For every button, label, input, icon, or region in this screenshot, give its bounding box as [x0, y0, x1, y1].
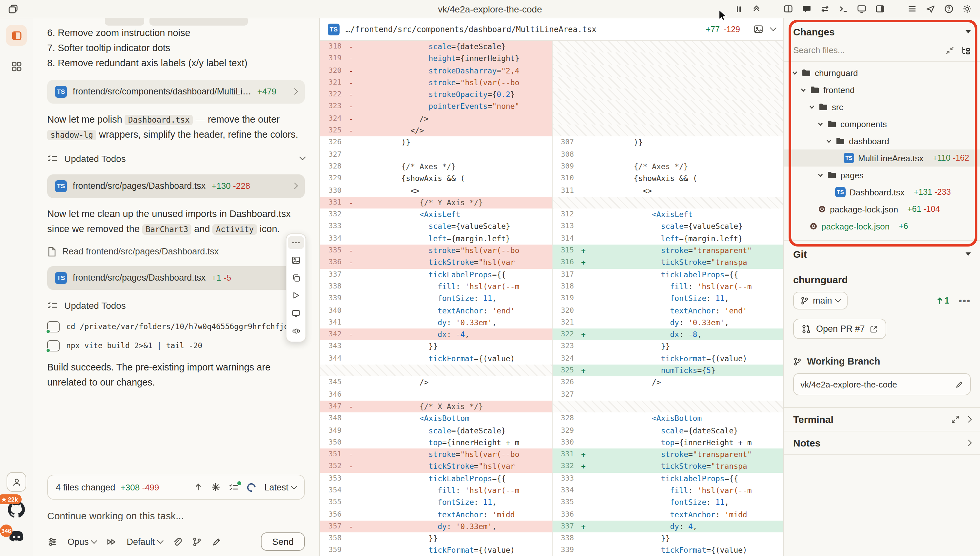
notes-title: Notes — [793, 437, 820, 448]
chat-bubble-icon[interactable] — [802, 4, 812, 14]
inline-code: shadow-lg — [47, 130, 96, 140]
code-line — [588, 197, 783, 209]
inline-code: Dashboard.tsx — [125, 115, 193, 125]
code-line: }} — [356, 532, 552, 545]
display-icon[interactable] — [288, 304, 304, 322]
help-icon[interactable] — [944, 4, 954, 14]
diff-row: 337 tickLabelProps={{317 tickLabelProps=… — [320, 268, 783, 281]
grid-icon[interactable] — [6, 56, 27, 77]
menu-icon[interactable] — [907, 4, 917, 14]
code-line — [588, 101, 783, 113]
code-line — [588, 401, 783, 413]
read-file-row[interactable]: Read frontend/src/pages/Dashboard.tsx — [47, 246, 305, 257]
more-options-icon[interactable]: ••• — [958, 295, 971, 306]
tree-file[interactable]: package-lock.json+61 -104 — [784, 200, 980, 218]
compare-icon[interactable] — [288, 322, 304, 339]
terminal-command-row[interactable]: npx vite build 2>&1 | tail -20 — [47, 340, 305, 351]
edit-pencil-icon[interactable] — [955, 380, 964, 388]
search-files-input[interactable] — [793, 45, 939, 55]
tree-folder[interactable]: churnguard — [784, 64, 980, 81]
code-line: dy: 4, — [588, 520, 783, 533]
model-select[interactable]: Opus — [68, 537, 97, 546]
files-changed-card[interactable]: 4 files changed +308 -499 Latest — [47, 475, 305, 499]
composer: 4 files changed +308 -499 Latest Opus — [33, 475, 319, 556]
code-line: tickFormat={(value) — [588, 352, 783, 365]
chat-input[interactable] — [47, 510, 305, 521]
file-tree-view-icon[interactable] — [961, 45, 971, 55]
inline-diff-toggle-icon[interactable] — [753, 24, 764, 34]
file-chip-multilinearea[interactable]: TS frontend/src/components/dashboard/Mul… — [47, 80, 305, 103]
pause-icon[interactable] — [734, 4, 743, 13]
file-type-icon — [810, 222, 817, 230]
file-chip-dashboard-2[interactable]: TS frontend/src/pages/Dashboard.tsx +1 -… — [47, 266, 305, 289]
tree-folder[interactable]: dashboard — [784, 133, 980, 149]
workspace-icon[interactable] — [6, 25, 27, 46]
line-number: 325 — [552, 365, 578, 377]
terminal-icon[interactable] — [838, 4, 848, 14]
github-link[interactable]: ★22k — [8, 501, 25, 520]
updated-todos-toggle[interactable]: Updated Todos — [47, 300, 305, 310]
send-button[interactable]: Send — [261, 532, 305, 551]
line-number: 327 — [552, 388, 578, 401]
latest-dropdown[interactable]: Latest — [264, 482, 296, 492]
tree-file[interactable]: TSMultiLineArea.tsx+110 -162 — [784, 149, 980, 166]
code-line: <AxisBottom — [588, 412, 783, 425]
tree-folder[interactable]: frontend — [784, 81, 980, 99]
tree-file[interactable]: TSDashboard.tsx+131 -233 — [784, 184, 980, 200]
display-icon[interactable] — [857, 4, 867, 14]
columns-icon[interactable] — [783, 4, 793, 14]
file-type-icon: TS — [835, 187, 846, 197]
changes-section-header[interactable]: Changes — [784, 18, 980, 43]
screenshot-icon[interactable] — [288, 251, 304, 269]
branch-select[interactable]: main — [793, 292, 848, 309]
line-number: 318 — [552, 281, 578, 293]
todo-progress-icon[interactable] — [229, 483, 239, 491]
star-icon: ★ — [1, 496, 6, 503]
terminal-section-header[interactable]: Terminal — [784, 408, 980, 431]
collapse-up-icon[interactable] — [752, 4, 761, 13]
line-number: 340 — [320, 305, 346, 317]
branch-icon[interactable] — [192, 537, 202, 546]
sidebar-right-icon[interactable] — [875, 4, 885, 14]
settings-gear-icon[interactable] — [962, 4, 972, 14]
pen-icon[interactable] — [212, 537, 221, 546]
mode-select[interactable]: Default — [127, 537, 163, 546]
deletions-count: -228 — [233, 181, 250, 191]
terminal-command-row[interactable]: cd /private/var/folders/10/h7w0q46556ggr… — [47, 321, 305, 332]
updated-todos-toggle[interactable]: Updated Todos — [47, 153, 305, 163]
chat-panel: 6. Remove zoom instruction noise7. Softe… — [33, 18, 320, 556]
copy-icon[interactable] — [288, 269, 304, 286]
discord-link[interactable]: 346 — [8, 530, 25, 547]
diff-row: 341 dy: '0.33em',321 dy: '0.33em', — [320, 317, 783, 329]
collapse-tree-icon[interactable] — [945, 45, 954, 55]
play-icon[interactable] — [288, 286, 304, 304]
diff-row: 325- </> — [320, 124, 783, 137]
git-section-header[interactable]: Git — [784, 241, 980, 265]
code-line — [356, 149, 552, 161]
fast-forward-icon[interactable] — [107, 537, 117, 546]
line-number: 323 — [552, 341, 578, 353]
caret-down-icon — [965, 30, 971, 34]
notes-section-header[interactable]: Notes — [784, 432, 980, 454]
code-line: tickFormat={(value) — [356, 352, 552, 365]
working-branch-input[interactable] — [801, 379, 955, 389]
tree-file[interactable]: package-lock.json+6 — [784, 218, 980, 235]
diff-marker — [578, 293, 588, 305]
collapse-file-icon[interactable] — [770, 24, 777, 31]
profile-icon[interactable] — [6, 472, 26, 492]
spark-icon[interactable] — [211, 483, 220, 492]
tree-folder[interactable]: components — [784, 115, 980, 133]
expand-icon[interactable] — [951, 415, 960, 423]
more-icon[interactable] — [288, 236, 304, 249]
share-icon[interactable] — [925, 4, 935, 14]
tree-folder[interactable]: pages — [784, 166, 980, 184]
tree-folder[interactable]: src — [784, 99, 980, 115]
file-chip-dashboard-1[interactable]: TS frontend/src/pages/Dashboard.tsx +130… — [47, 174, 305, 198]
swap-icon[interactable] — [820, 4, 830, 14]
scroll-up-icon[interactable] — [194, 483, 203, 492]
attachment-icon[interactable] — [173, 537, 182, 546]
diff-marker: + — [578, 520, 588, 533]
sliders-icon[interactable] — [47, 537, 58, 546]
line-number: 346 — [320, 388, 346, 401]
open-pr-button[interactable]: Open PR #7 — [793, 318, 886, 339]
